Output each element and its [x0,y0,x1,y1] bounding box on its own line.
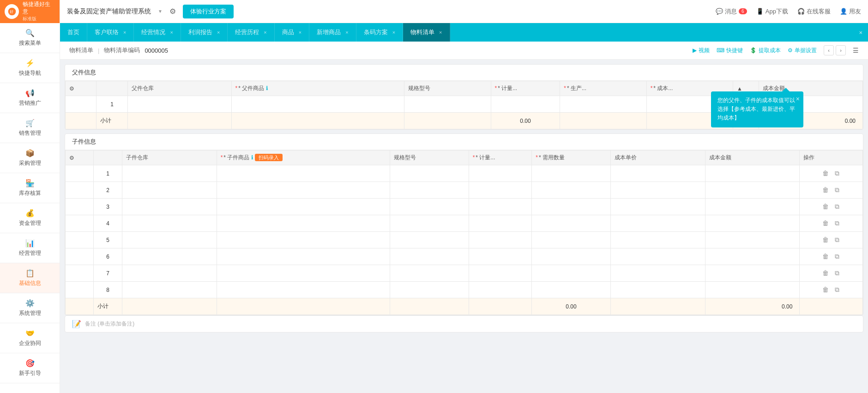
child-row1-unit[interactable] [469,165,532,182]
child-row5-unit[interactable] [469,232,532,248]
online-service-button[interactable]: 🎧 在线客服 [797,7,831,16]
parent-row1-unit[interactable] [491,96,560,113]
child-row5-spec[interactable] [390,232,469,248]
delete-button[interactable]: 🗑 [820,201,831,212]
child-row6-qty[interactable] [532,248,611,265]
sidebar-item-operation[interactable]: 📊 经营管理 [0,233,60,263]
child-row8-qty[interactable] [532,282,611,298]
copy-button[interactable]: ⧉ [832,202,842,212]
delete-button[interactable]: 🗑 [820,251,831,261]
copy-button[interactable]: ⧉ [832,218,842,229]
breadcrumb-current[interactable]: 物料清单 [69,46,93,54]
child-row7-unit-price[interactable] [610,265,705,282]
parent-row1-spec[interactable] [404,96,491,113]
child-row8-warehouse[interactable] [122,282,217,298]
copy-button[interactable]: ⧉ [832,169,842,179]
tab-operation-status[interactable]: 经营情况 × [134,23,181,42]
delete-button[interactable]: 🗑 [820,218,831,228]
sidebar-item-purchase[interactable]: 📦 采购管理 [0,143,60,173]
tab-goods-close[interactable]: × [299,30,301,35]
single-settings-button[interactable]: ⚙ 单据设置 [788,47,817,54]
bottom-hint[interactable]: 备注 (单击添加备注) [85,320,134,328]
app-download-button[interactable]: 📱 App下载 [756,7,788,16]
delete-button[interactable]: 🗑 [820,235,831,245]
parent-row1-product[interactable] [231,96,404,113]
child-row1-spec[interactable] [390,165,469,182]
tab-customer[interactable]: 客户联络 × [87,23,134,42]
delete-button[interactable]: 🗑 [820,185,831,195]
child-row3-warehouse[interactable] [122,199,217,215]
user-button[interactable]: 👤 用友 [840,7,861,16]
child-row7-spec[interactable] [390,265,469,282]
sidebar-item-basic-info[interactable]: 📋 基础信息 [0,263,60,293]
tab-barcode-close[interactable]: × [392,30,395,35]
copy-button[interactable]: ⧉ [832,185,842,195]
child-row1-unit-price[interactable] [610,165,705,182]
child-row3-unit-price[interactable] [610,199,705,215]
trial-button[interactable]: 体验行业方案 [183,5,234,18]
parent-row1-warehouse[interactable] [127,96,231,113]
sidebar-item-sales[interactable]: 🛒 销售管理 [0,113,60,143]
child-row4-unit-price[interactable] [610,215,705,232]
child-row2-product[interactable] [217,182,390,199]
parent-col-settings[interactable]: ⚙ [66,81,96,96]
global-close-button[interactable]: × [853,23,868,42]
child-row2-spec[interactable] [390,182,469,199]
child-row6-warehouse[interactable] [122,248,217,265]
sidebar-item-quick-nav[interactable]: ⚡ 快捷导航 [0,53,60,83]
tab-operation-history[interactable]: 经营历程 × [228,23,274,42]
child-row3-unit[interactable] [469,199,532,215]
sidebar-item-guide[interactable]: 🎯 新手引导 [0,353,60,383]
tab-add-goods[interactable]: 新增商品 × [309,23,356,42]
child-row8-unit-price[interactable] [610,282,705,298]
child-row3-product[interactable] [217,199,390,215]
child-row7-unit[interactable] [469,265,532,282]
product-info-icon[interactable]: ℹ [266,85,268,91]
child-row8-spec[interactable] [390,282,469,298]
next-arrow[interactable]: › [836,45,846,55]
message-button[interactable]: 💬 消息 6 [716,7,747,16]
delete-button[interactable]: 🗑 [820,268,831,278]
prev-arrow[interactable]: ‹ [824,45,834,55]
tab-profit-report-close[interactable]: × [217,30,220,35]
child-row4-qty[interactable] [532,215,611,232]
grid-icon[interactable]: ☰ [853,47,859,54]
child-row5-qty[interactable] [532,232,611,248]
child-product-info-icon[interactable]: ℹ [251,154,253,161]
child-row5-unit-price[interactable] [610,232,705,248]
child-row3-qty[interactable] [532,199,611,215]
tab-barcode[interactable]: 条码方案 × [356,23,403,42]
extract-cost-button[interactable]: 💲 提取成本 [750,47,781,54]
child-row6-spec[interactable] [390,248,469,265]
sidebar-item-finance[interactable]: 💰 资金管理 [0,203,60,233]
child-row5-product[interactable] [217,232,390,248]
child-row4-unit[interactable] [469,215,532,232]
shortcut-button[interactable]: ⌨ 快捷键 [717,47,743,54]
sidebar-item-inventory[interactable]: 🏪 库存核算 [0,173,60,203]
scan-button[interactable]: 扫码录入 [255,154,283,161]
child-row1-warehouse[interactable] [122,165,217,182]
parent-row1-production[interactable] [560,96,646,113]
tab-bom-close[interactable]: × [439,30,442,35]
settings-icon[interactable]: ⚙ [169,7,176,16]
child-row5-warehouse[interactable] [122,232,217,248]
child-row4-product[interactable] [217,215,390,232]
child-row6-product[interactable] [217,248,390,265]
copy-button[interactable]: ⧉ [832,285,842,295]
tab-goods[interactable]: 商品 × [275,23,309,42]
copy-button[interactable]: ⧉ [832,268,842,278]
sidebar-item-marketing[interactable]: 📢 营销推广 [0,83,60,113]
child-row7-product[interactable] [217,265,390,282]
copy-button[interactable]: ⧉ [832,235,842,245]
child-row2-unit[interactable] [469,182,532,199]
child-row8-unit[interactable] [469,282,532,298]
tab-operation-status-close[interactable]: × [170,30,173,35]
child-row2-unit-price[interactable] [610,182,705,199]
copy-button[interactable]: ⧉ [832,252,842,262]
child-row6-unit[interactable] [469,248,532,265]
child-row2-warehouse[interactable] [122,182,217,199]
child-row8-product[interactable] [217,282,390,298]
child-row7-warehouse[interactable] [122,265,217,282]
child-row1-product[interactable] [217,165,390,182]
sidebar-item-enterprise[interactable]: 🤝 企业协同 [0,323,60,353]
